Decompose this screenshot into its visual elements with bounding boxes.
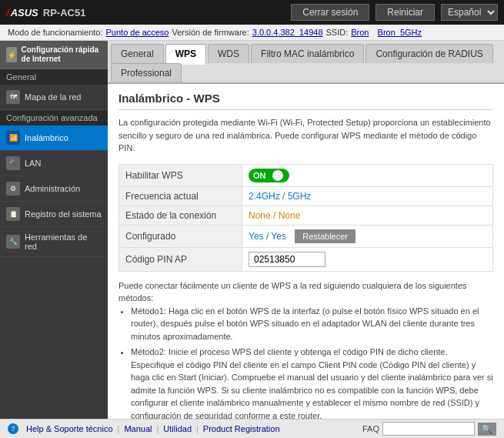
footer-right: FAQ 🔍 [362, 422, 496, 436]
mode-value[interactable]: Punto de acceso [106, 28, 169, 37]
model-name: RP-AC51 [43, 7, 86, 18]
firmware-label: Versión de firmware: [172, 28, 249, 37]
enable-wps-value-cell: ON [242, 164, 493, 186]
methods-section: Puede conectar fácilmente un cliente de … [118, 279, 493, 420]
tools-icon: 🔧 [6, 235, 20, 249]
firmware-value[interactable]: 3.0.0.4.382_14948 [252, 28, 323, 37]
top-bar: / ASUS RP-AC51 Cerrar sesión Reiniciar E… [0, 0, 504, 25]
main-layout: ⚡ Configuración rápida de Internet Gener… [0, 41, 504, 419]
sidebar-wireless-label: Inalámbrico [25, 133, 68, 142]
search-button[interactable]: 🔍 [478, 423, 496, 436]
restore-button[interactable]: Restablecer [295, 229, 355, 243]
language-select[interactable]: Español [441, 4, 498, 21]
tab-radius[interactable]: Configuración de RADIUS [365, 44, 492, 63]
network-map-icon: 🗺 [6, 90, 20, 104]
tab-professional[interactable]: Professional [111, 63, 182, 82]
sidebar-item-wireless[interactable]: 📶 Inalámbrico [0, 125, 108, 151]
page-title: Inalámbrico - WPS [118, 92, 493, 110]
configured-label: Configurado [119, 225, 242, 247]
methods-intro: Puede conectar fácilmente un cliente de … [118, 279, 493, 305]
enable-wps-label: Habilitar WPS [119, 164, 242, 186]
pin-input[interactable] [249, 252, 325, 267]
manual-link[interactable]: Manual [124, 424, 152, 433]
sidebar-admin-label: Administración [25, 184, 80, 193]
form-row-pin: Código PIN AP [119, 247, 493, 271]
tab-wds[interactable]: WDS [208, 44, 249, 63]
wps-toggle[interactable]: ON [249, 169, 289, 182]
logo-text: ASUS [11, 7, 38, 18]
firmware-bar: Modo de funcionamiento: Punto de acceso … [0, 25, 504, 41]
freq-value: 2.4GHz / 5GHz [242, 186, 493, 206]
wps-form-table: Habilitar WPS ON Frecuencia actual 2.4GH… [118, 164, 493, 272]
logo: / [6, 7, 9, 18]
method2-text: Método2: Inicie el proceso WPS del clien… [131, 346, 493, 419]
page-content: Inalámbrico - WPS La configuración prote… [108, 84, 504, 419]
freq-value-text: 2.4GHz / 5GHz [249, 191, 311, 202]
sidebar-item-quick-internet[interactable]: ⚡ Configuración rápida de Internet [0, 41, 108, 69]
toggle-circle [272, 170, 283, 181]
faq-label: FAQ [362, 424, 379, 433]
syslog-icon: 📋 [6, 207, 20, 221]
mode-label: Modo de funcionamiento: [8, 28, 103, 37]
form-row-configured: Configurado Yes / Yes Restablecer [119, 225, 493, 247]
quick-icon: ⚡ [6, 47, 17, 62]
restart-button[interactable]: Reiniciar [375, 4, 435, 21]
sidebar-advanced-section: Configuración avanzada [0, 110, 108, 125]
sidebar-item-tools[interactable]: 🔧 Herramientas de red [0, 227, 108, 257]
method1-text: Método1: Haga clic en el botón WPS de la… [131, 305, 493, 343]
freq-label: Frecuencia actual [119, 186, 242, 206]
admin-icon: ⚙ [6, 182, 20, 196]
form-row-freq: Frecuencia actual 2.4GHz / 5GHz [119, 186, 493, 206]
logout-button[interactable]: Cerrar sesión [291, 4, 369, 21]
product-reg-link[interactable]: Product Registration [203, 424, 280, 433]
wireless-icon: 📶 [6, 131, 20, 145]
tab-bar: General WPS WDS Filtro MAC inalámbrico C… [108, 41, 504, 84]
sidebar-general-section: General [0, 69, 108, 85]
pin-value-cell [242, 247, 493, 271]
toggle-label: ON [253, 171, 266, 180]
sidebar-item-network-map[interactable]: 🗺 Mapa de la red [0, 85, 108, 110]
lan-icon: 🔌 [6, 156, 20, 170]
configured-value-text: Yes / Yes [249, 231, 286, 242]
configured-value-cell: Yes / Yes Restablecer [242, 225, 493, 247]
tab-general[interactable]: General [111, 44, 164, 63]
sidebar-item-admin[interactable]: ⚙ Administración [0, 176, 108, 202]
footer: ? Help & Soporte técnico | Manual | Util… [0, 419, 504, 438]
connection-label: Estado de la conexión [119, 206, 242, 225]
sidebar-item-syslog[interactable]: 📋 Registro del sistema [0, 202, 108, 227]
sidebar-quick-label: Configuración rápida de Internet [22, 45, 102, 64]
sidebar: ⚡ Configuración rápida de Internet Gener… [0, 41, 108, 419]
utility-link[interactable]: Utilidad [163, 424, 192, 433]
search-input[interactable] [382, 422, 475, 436]
sidebar-lan-label: LAN [25, 159, 41, 168]
ssid-label: SSID: [326, 28, 349, 37]
page-description: La configuración protegida mediante Wi-F… [118, 116, 493, 155]
sidebar-item-lan[interactable]: 🔌 LAN [0, 151, 108, 176]
help-link[interactable]: Help & Soporte técnico [26, 424, 113, 433]
help-icon: ? [8, 423, 18, 434]
form-row-connection: Estado de la conexión None / None [119, 206, 493, 225]
ssid2-link[interactable]: Bron_5GHz [378, 28, 422, 37]
sidebar-syslog-label: Registro del sistema [25, 209, 102, 219]
sidebar-network-map-label: Mapa de la red [25, 92, 81, 102]
content-area: General WPS WDS Filtro MAC inalámbrico C… [108, 41, 504, 419]
form-row-enable-wps: Habilitar WPS ON [119, 164, 493, 186]
tab-mac-filter[interactable]: Filtro MAC inalámbrico [251, 44, 364, 63]
connection-value: None / None [242, 206, 493, 225]
ssid1-link[interactable]: Bron [351, 28, 369, 37]
sidebar-tools-label: Herramientas de red [25, 232, 102, 251]
pin-label: Código PIN AP [119, 247, 242, 271]
tab-wps[interactable]: WPS [165, 44, 206, 65]
connection-value-text: None / None [249, 210, 300, 221]
